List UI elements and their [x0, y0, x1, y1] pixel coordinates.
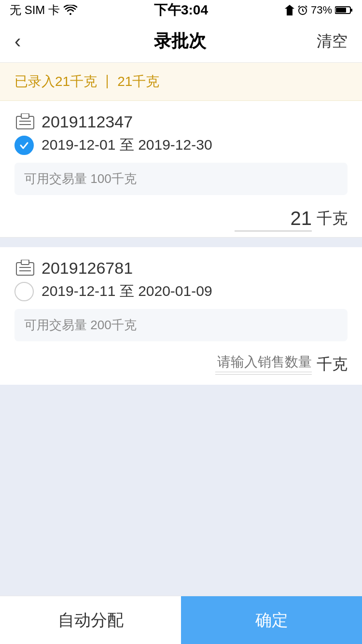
- summary-value: 21千克: [117, 72, 159, 91]
- svg-rect-13: [21, 260, 29, 265]
- svg-rect-7: [351, 9, 352, 12]
- alarm-icon: [297, 5, 308, 15]
- confirm-button[interactable]: 确定: [181, 596, 362, 644]
- batch-1-amount-input[interactable]: [235, 208, 312, 229]
- batch-2-radio[interactable]: [14, 282, 34, 301]
- svg-line-4: [306, 6, 307, 7]
- batch-1-amount-row: 千克: [0, 203, 362, 238]
- batch-2-id: 2019126781: [42, 259, 133, 278]
- page-title: 录批次: [154, 29, 206, 53]
- batch-1-availability-box: 可用交易量 100千克: [14, 163, 348, 195]
- back-button[interactable]: ‹: [14, 30, 43, 52]
- status-time: 下午3:04: [154, 1, 208, 19]
- batch-1-header: 2019112347: [0, 101, 362, 135]
- batch-2-unit: 千克: [317, 354, 348, 375]
- clear-button[interactable]: 清空: [317, 31, 348, 52]
- batch-2-availability-box: 可用交易量 200千克: [14, 309, 348, 341]
- batch-1-radio[interactable]: [14, 136, 34, 155]
- svg-rect-9: [21, 113, 29, 118]
- batch-item-2: 2019126781 2019-12-11 至 2020-01-09 可用交易量…: [0, 247, 362, 385]
- status-right: 73%: [285, 4, 352, 16]
- svg-line-3: [298, 6, 300, 7]
- auto-assign-button[interactable]: 自动分配: [0, 596, 181, 644]
- batch-item-1: 2019112347 2019-12-01 至 2019-12-30 可用交易量…: [0, 101, 362, 238]
- batch-2-icon: [14, 260, 36, 277]
- battery-icon: [335, 6, 352, 14]
- summary-divider: [107, 75, 108, 88]
- batch-2-amount-input[interactable]: [215, 354, 312, 372]
- batch-1-unit: 千克: [317, 208, 348, 229]
- batch-2-header: 2019126781: [0, 247, 362, 281]
- wifi-icon: [64, 5, 77, 15]
- batch-2-availability: 可用交易量 200千克: [24, 318, 137, 332]
- no-sim-text: 无 SIM 卡: [10, 2, 60, 18]
- section-separator-1: [0, 238, 362, 247]
- batch-2-date: 2019-12-11 至 2020-01-09: [42, 281, 212, 301]
- batch-1-id: 2019112347: [42, 112, 133, 131]
- batch-1-icon: [14, 113, 36, 131]
- bottom-bar: 自动分配 确定: [0, 596, 362, 644]
- summary-label: 已录入21千克: [14, 72, 97, 91]
- batch-2-amount-row: 千克: [0, 349, 362, 385]
- empty-area: [0, 385, 362, 602]
- location-icon: [285, 5, 294, 15]
- batch-2-date-row[interactable]: 2019-12-11 至 2020-01-09: [0, 281, 362, 309]
- batch-1-amount-underline-wrap: [235, 208, 312, 229]
- nav-bar: ‹ 录批次 清空: [0, 20, 362, 63]
- batch-1-date-row[interactable]: 2019-12-01 至 2019-12-30: [0, 135, 362, 163]
- status-bar: 无 SIM 卡 下午3:04 73%: [0, 0, 362, 20]
- svg-rect-6: [336, 8, 346, 13]
- battery-text: 73%: [311, 4, 332, 16]
- batch-1-availability: 可用交易量 100千克: [24, 171, 137, 186]
- status-left: 无 SIM 卡: [10, 2, 77, 18]
- summary-banner: 已录入21千克 21千克: [0, 63, 362, 101]
- batch-1-date: 2019-12-01 至 2019-12-30: [42, 135, 212, 155]
